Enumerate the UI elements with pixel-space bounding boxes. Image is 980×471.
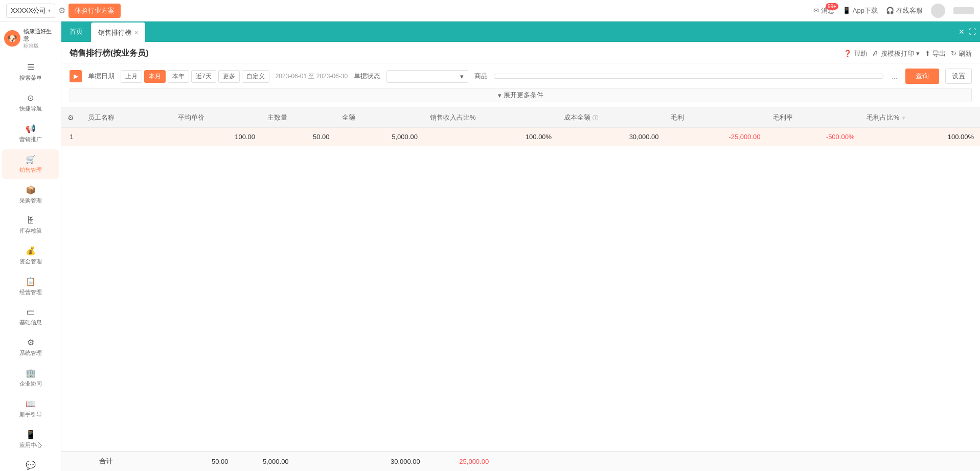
sort-icon[interactable]: ▼ (901, 115, 906, 121)
logo-text-block: 畅康通好生意 标准版 (24, 28, 57, 50)
date-btn-本年[interactable]: 本年 (168, 70, 189, 83)
cell-gross-pct: 100.00% (860, 128, 980, 146)
footer-label: 合计 (93, 457, 154, 466)
sidebar-item-搜索菜单[interactable]: ☰搜索菜单 (2, 57, 59, 87)
query-button[interactable]: 查询 (905, 69, 939, 84)
settings-icon[interactable]: ⚙ (58, 6, 65, 15)
sidebar-item-基础信息[interactable]: 🗃基础信息 (2, 302, 59, 331)
expand-more-button[interactable]: ▾ 展开更多条件 (70, 88, 972, 102)
filter-collapse-button[interactable]: ▶ (70, 70, 82, 82)
table-body: 1 100.00 50.00 5,000.00 100.00% 30,000.0… (61, 128, 980, 146)
cell-gross: -25,000.00 (665, 128, 766, 146)
goods-input[interactable] (494, 74, 883, 79)
avatar[interactable] (931, 4, 945, 18)
sidebar-icon: 🗄 (27, 216, 35, 225)
company-selector[interactable]: XXXXX公司 ▾ (6, 4, 55, 18)
sidebar-label: 营销推广 (19, 136, 42, 143)
column-settings-icon[interactable]: ⚙ (67, 114, 74, 122)
th-qty: 主数量 (261, 108, 336, 128)
sidebar-item-应用中心[interactable]: 📱应用中心 (2, 424, 59, 454)
date-buttons: 上月本月本年近7天更多自定义 (121, 70, 269, 83)
sidebar-item-营销推广[interactable]: 📢营销推广 (2, 119, 59, 148)
th-sales-pct: 销售收入占比% (424, 108, 558, 128)
app-download-button[interactable]: 📱 App下载 (842, 6, 878, 15)
sidebar-icon: 📋 (26, 277, 36, 286)
sidebar-item-系统管理[interactable]: ⚙系统管理 (2, 332, 59, 362)
cell-rank: 1 (61, 128, 82, 146)
date-btn-上月[interactable]: 上月 (121, 70, 142, 83)
tab-sales-ranking[interactable]: 销售排行榜 × (91, 23, 145, 43)
date-range: 2023-06-01 至 2023-06-30 (276, 72, 348, 81)
sidebar-icon: 🏢 (26, 368, 36, 378)
th-settings: ⚙ (61, 108, 82, 128)
chevron-down-icon: ▾ (48, 8, 51, 13)
content-area: 首页 销售排行榜 × ✕ ⛶ 销售排行榜(按业务员) ❓ 帮助 (61, 21, 980, 471)
sidebar-label: 销售管理 (19, 166, 42, 174)
sidebar-label: 库存核算 (19, 227, 42, 235)
th-gross-rate: 毛利率 (767, 108, 861, 128)
tab-close-icon[interactable]: × (134, 29, 138, 36)
status-select[interactable]: ▾ (386, 70, 468, 83)
sidebar-item-企业协同[interactable]: 🏢企业协同 (2, 363, 59, 393)
goods-label: 商品 (474, 72, 488, 81)
data-table: ⚙ 员工名称 平均单价 主数量 全额 销售收入占比% 成本全额 ⓘ 毛利 毛利率… (61, 108, 980, 146)
page-title: 销售排行榜(按业务员) (70, 48, 149, 59)
sidebar-icon: ⊙ (27, 93, 34, 103)
table-row: 1 100.00 50.00 5,000.00 100.00% 30,000.0… (61, 128, 980, 146)
message-button[interactable]: ✉ 消息 99+ (813, 6, 834, 15)
chevron-down-icon: ▾ (916, 50, 920, 57)
date-btn-近7天[interactable]: 近7天 (191, 70, 216, 83)
table-header-row: ⚙ 员工名称 平均单价 主数量 全额 销售收入占比% 成本全额 ⓘ 毛利 毛利率… (61, 108, 980, 128)
logo-icon: 🐶 (4, 30, 20, 47)
filter-row-1: ▶ 单据日期 上月本月本年近7天更多自定义 2023-06-01 至 2023-… (70, 69, 972, 84)
date-btn-本月[interactable]: 本月 (144, 70, 166, 83)
sidebar-icon: ⚙ (27, 338, 34, 347)
message-badge: 99+ (826, 3, 838, 10)
main-layout: 🐶 畅康通好生意 标准版 ☰搜索菜单⊙快捷导航📢营销推广🛒销售管理📦采购管理🗄库… (0, 21, 980, 471)
table-footer: 合计 50.00 5,000.00 30,000.00 -25,000.00 (61, 451, 980, 471)
status-label: 单据状态 (354, 72, 380, 81)
refresh-icon: ↻ (951, 50, 956, 57)
export-icon: ⬆ (925, 50, 930, 57)
headset-icon: 🎧 (886, 7, 894, 14)
maximize-icon[interactable]: ⛶ (969, 28, 976, 36)
sidebar-label: 资金管理 (19, 258, 42, 265)
cost-info-icon[interactable]: ⓘ (592, 115, 598, 121)
ellipsis-button[interactable]: ... (890, 71, 899, 82)
sidebar-item-企业微信[interactable]: 💬企业微信 (2, 455, 59, 471)
help-button[interactable]: ❓ 帮助 (844, 49, 867, 58)
cell-qty: 50.00 (261, 128, 336, 146)
sidebar-item-采购管理[interactable]: 📦采购管理 (2, 180, 59, 210)
online-service-button[interactable]: 🎧 在线客服 (886, 6, 923, 15)
sidebar-item-经营管理[interactable]: 📋经营管理 (2, 272, 59, 301)
sidebar-item-快捷导航[interactable]: ⊙快捷导航 (2, 88, 59, 118)
sidebar-label: 新手引导 (19, 411, 42, 418)
export-button[interactable]: ⬆ 导出 (925, 49, 946, 58)
sidebar-icon: 📱 (26, 430, 36, 439)
username-label (953, 7, 974, 14)
template-print-button[interactable]: 🖨 按模板打印 ▾ (872, 49, 920, 58)
company-name: XXXXX公司 (11, 6, 46, 15)
trial-button[interactable]: 体验行业方案 (69, 4, 121, 18)
sidebar-label: 采购管理 (19, 197, 42, 205)
cell-sales-pct: 100.00% (424, 128, 558, 146)
sidebar-item-新手引导[interactable]: 📖新手引导 (2, 394, 59, 423)
sidebar-icon: 📢 (26, 124, 36, 133)
sidebar-item-销售管理[interactable]: 🛒销售管理 (2, 149, 59, 179)
tab-home[interactable]: 首页 (61, 21, 91, 42)
date-btn-自定义[interactable]: 自定义 (242, 70, 269, 83)
sidebar-icon: 🛒 (26, 154, 36, 164)
filter-settings-button[interactable]: 设置 (945, 69, 972, 84)
date-btn-更多[interactable]: 更多 (218, 70, 240, 83)
close-window-icon[interactable]: ✕ (959, 28, 965, 36)
sidebar-label: 搜索菜单 (19, 74, 42, 82)
th-name: 员工名称 (82, 108, 172, 128)
print-icon: 🖨 (872, 50, 879, 57)
sidebar-item-资金管理[interactable]: 💰资金管理 (2, 241, 59, 271)
tab-bar: 首页 销售排行榜 × ✕ ⛶ (61, 21, 980, 42)
top-bar: XXXXX公司 ▾ ⚙ 体验行业方案 ✉ 消息 99+ 📱 App下载 🎧 在线… (0, 0, 980, 21)
refresh-button[interactable]: ↻ 刷新 (951, 49, 972, 58)
sidebar-item-库存核算[interactable]: 🗄库存核算 (2, 211, 59, 240)
footer-qty: 50.00 (206, 458, 257, 465)
table-head: ⚙ 员工名称 平均单价 主数量 全额 销售收入占比% 成本全额 ⓘ 毛利 毛利率… (61, 108, 980, 128)
